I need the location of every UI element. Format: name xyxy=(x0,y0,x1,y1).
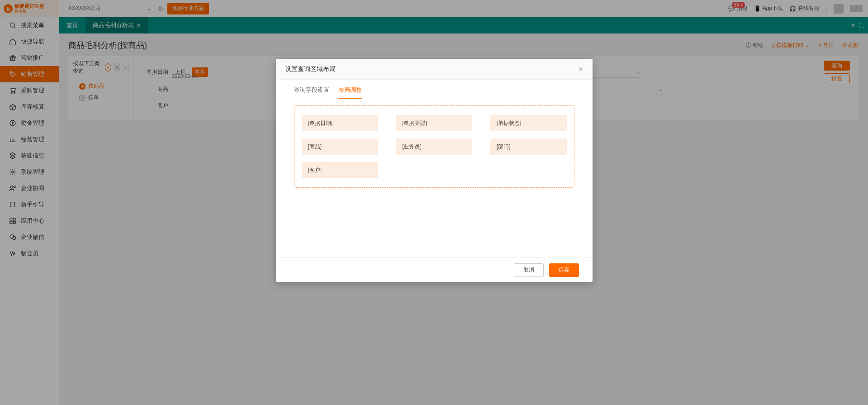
modal-tab-layout[interactable]: 布局调整 xyxy=(338,86,362,99)
layout-chip-status[interactable]: [单据状态] xyxy=(490,115,567,131)
layout-chip-product[interactable]: [商品] xyxy=(302,138,378,155)
cancel-button[interactable]: 取消 xyxy=(514,263,544,277)
layout-chip-salesman[interactable]: [业务员] xyxy=(396,138,472,155)
modal-title: 设置查询区域布局 xyxy=(285,65,336,73)
layout-drop-zone[interactable]: [单据日期] [单据类型] [单据状态] [商品] [业务员] [部门] [客户… xyxy=(294,105,574,188)
modal-tabs: 查询字段设置 布局调整 xyxy=(276,80,593,99)
save-button[interactable]: 保存 xyxy=(549,263,579,277)
layout-chip-dept[interactable]: [部门] xyxy=(490,138,567,155)
layout-chip-customer[interactable]: [客户] xyxy=(302,162,378,178)
layout-chip-type[interactable]: [单据类型] xyxy=(396,115,472,131)
modal-tab-fields[interactable]: 查询字段设置 xyxy=(294,86,329,99)
modal-body: [单据日期] [单据类型] [单据状态] [商品] [业务员] [部门] [客户… xyxy=(276,99,593,257)
layout-chip-date[interactable]: [单据日期] xyxy=(302,115,378,131)
modal-footer: 取消 保存 xyxy=(276,257,593,282)
layout-settings-modal: 设置查询区域布局 ✕ 查询字段设置 布局调整 [单据日期] [单据类型] [单据… xyxy=(276,59,593,282)
modal-header: 设置查询区域布局 ✕ xyxy=(276,59,593,80)
close-icon[interactable]: ✕ xyxy=(578,66,583,73)
